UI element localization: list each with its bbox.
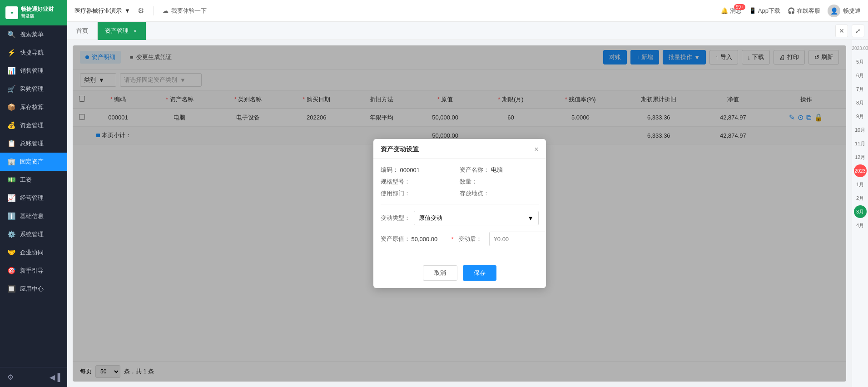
sidebar-item-quick-nav[interactable]: ⚡ 快捷导航 xyxy=(0,44,67,62)
notification-badge: 99+ xyxy=(734,4,745,10)
topbar: 医疗器械行业演示 ▼ ⚙ ☁ 我要体验一下 🔔 消息 99+ 📱 App下载 🎧… xyxy=(67,0,868,22)
sales-icon: 📊 xyxy=(7,67,15,75)
sidebar-item-system[interactable]: ⚙️ 系统管理 xyxy=(0,225,67,243)
collapse-icon[interactable]: ◀▐ xyxy=(50,373,60,382)
app-download-btn[interactable]: 📱 App下载 xyxy=(749,7,780,15)
tab-close-window-btn[interactable]: ✕ xyxy=(835,25,848,37)
month-3月[interactable]: 3月 xyxy=(854,205,867,218)
sidebar-item-enterprise[interactable]: 🤝 企业协同 xyxy=(0,243,67,262)
sidebar-label-search: 搜索菜单 xyxy=(20,30,44,39)
tab-active-label: 资产管理 xyxy=(105,27,129,35)
location-label: 存放地点： xyxy=(460,189,489,198)
notification-btn[interactable]: 🔔 消息 99+ xyxy=(721,7,742,15)
sidebar-label-app-center: 应用中心 xyxy=(20,285,44,293)
company-selector[interactable]: 医疗器械行业演示 ▼ xyxy=(74,7,130,15)
logo-icon: ✦ xyxy=(5,6,18,19)
month-2023[interactable]: 2023 xyxy=(854,164,867,177)
avatar: 👤 xyxy=(828,5,840,17)
app-logo: ✦ 畅捷通好业财 普及版 xyxy=(0,0,67,25)
sidebar-item-basic-info[interactable]: ℹ️ 基础信息 xyxy=(0,207,67,225)
month-7月[interactable]: 7月 xyxy=(853,83,868,95)
dialog-close-btn[interactable]: × xyxy=(534,145,538,154)
tab-home[interactable]: 首页 xyxy=(67,22,98,40)
settings-icon[interactable]: ⚙ xyxy=(7,373,14,382)
month-5月[interactable]: 5月 xyxy=(853,55,868,68)
basic-info-icon: ℹ️ xyxy=(7,212,15,220)
online-service-btn[interactable]: 🎧 在线客服 xyxy=(788,7,820,15)
month-11月[interactable]: 11月 xyxy=(853,137,868,150)
tab-home-label: 首页 xyxy=(76,27,88,35)
app-download-label: App下载 xyxy=(758,7,780,15)
sidebar-label-guide: 新手引导 xyxy=(20,267,44,275)
original-value-display: 50,000.00 xyxy=(412,236,448,243)
sidebar-footer: ⚙ ◀▐ xyxy=(0,367,67,387)
month-12月[interactable]: 12月 xyxy=(853,151,868,164)
ledger-icon: 📋 xyxy=(7,139,15,148)
guide-icon: 🎯 xyxy=(7,267,15,275)
topbar-right: 🔔 消息 99+ 📱 App下载 🎧 在线客服 👤 畅捷通 xyxy=(721,5,861,17)
sidebar-label-fixed-assets: 固定资产 xyxy=(20,158,44,166)
sidebar-item-sales[interactable]: 📊 销售管理 xyxy=(0,62,67,80)
logo-sub: 普及版 xyxy=(21,13,54,20)
sidebar-item-operations[interactable]: 📈 经营管理 xyxy=(0,189,67,207)
change-type-select[interactable]: 原值变动 ▼ xyxy=(414,211,539,225)
sidebar-item-guide[interactable]: 🎯 新手引导 xyxy=(0,262,67,280)
month-1月[interactable]: 1月 xyxy=(853,178,868,191)
quantity-label: 数量： xyxy=(460,178,477,186)
app-center-icon: 🔲 xyxy=(7,285,15,293)
sidebar-item-inventory[interactable]: 📦 库存核算 xyxy=(0,98,67,116)
topbar-divider xyxy=(153,6,154,15)
dialog: 资产变动设置 × 编码： 000001 资产名称： 电脑 xyxy=(373,139,546,288)
search-icon: 🔍 xyxy=(7,30,15,39)
tabs-bar: 首页 资产管理 × ✕ ⤢ xyxy=(67,22,868,40)
tab-asset-management[interactable]: 资产管理 × xyxy=(98,22,146,40)
sidebar-label-quick-nav: 快捷导航 xyxy=(20,49,44,57)
sidebar-label-payroll: 工资 xyxy=(20,176,32,184)
month-2月[interactable]: 2月 xyxy=(853,192,868,204)
sidebar-item-fixed-assets[interactable]: 🏢 固定资产 xyxy=(0,153,67,171)
sidebar-label-sales: 销售管理 xyxy=(20,67,44,75)
month-6月[interactable]: 6月 xyxy=(853,69,868,82)
sidebar-item-payroll[interactable]: 💵 工资 xyxy=(0,171,67,189)
change-type-label: 变动类型： xyxy=(381,214,410,222)
overlay: 资产变动设置 × 编码： 000001 资产名称： 电脑 xyxy=(73,45,846,382)
month-8月[interactable]: 8月 xyxy=(853,96,868,109)
main-area: 医疗器械行业演示 ▼ ⚙ ☁ 我要体验一下 🔔 消息 99+ 📱 App下载 🎧… xyxy=(67,0,868,387)
sidebar-item-purchase[interactable]: 🛒 采购管理 xyxy=(0,80,67,98)
sidebar-label-enterprise: 企业协同 xyxy=(20,248,44,257)
info-quantity: 数量： xyxy=(460,178,539,186)
cancel-btn[interactable]: 取消 xyxy=(423,265,457,281)
dialog-header: 资产变动设置 × xyxy=(373,139,546,159)
info-asset-name: 资产名称： 电脑 xyxy=(460,166,539,174)
tab-maximize-btn[interactable]: ⤢ xyxy=(852,25,864,37)
quick-nav-icon: ⚡ xyxy=(7,49,15,57)
save-btn[interactable]: 保存 xyxy=(463,265,496,281)
cloud-link[interactable]: ☁ 我要体验一下 xyxy=(163,7,207,15)
year-label: 2023.03 xyxy=(853,42,868,55)
dialog-footer: 取消 保存 xyxy=(373,260,546,288)
dialog-body: 编码： 000001 资产名称： 电脑 规格型号： xyxy=(373,159,546,260)
sidebar-label-inventory: 库存核算 xyxy=(20,103,44,111)
finance-icon: 💰 xyxy=(7,121,15,129)
after-label: 变动后： xyxy=(458,235,486,243)
user-menu[interactable]: 👤 畅捷通 xyxy=(828,5,861,17)
asset-name-value: 电脑 xyxy=(491,166,503,174)
code-value: 000001 xyxy=(400,167,420,174)
download-icon: 📱 xyxy=(749,7,756,14)
tab-close-icon[interactable]: × xyxy=(131,27,139,35)
tabs-controls: ✕ ⤢ xyxy=(835,25,868,37)
month-4月[interactable]: 4月 xyxy=(853,219,868,232)
dialog-info-grid: 编码： 000001 资产名称： 电脑 规格型号： xyxy=(381,166,539,204)
sidebar-item-app-center[interactable]: 🔲 应用中心 xyxy=(0,280,67,298)
sidebar-item-search[interactable]: 🔍 搜索菜单 xyxy=(0,25,67,44)
month-10月[interactable]: 10月 xyxy=(853,124,868,136)
topbar-gear-icon[interactable]: ⚙ xyxy=(138,6,144,15)
sidebar-item-ledger[interactable]: 📋 总账管理 xyxy=(0,134,67,153)
right-sidebar: 2023.035月6月7月8月9月10月11月12月20231月2月3月4月 xyxy=(852,40,868,387)
after-value-input[interactable] xyxy=(489,232,546,246)
bell-icon: 🔔 xyxy=(721,7,728,14)
month-9月[interactable]: 9月 xyxy=(853,110,868,123)
sidebar-item-finance[interactable]: 💰 资金管理 xyxy=(0,116,67,134)
company-dropdown-icon: ▼ xyxy=(124,7,130,14)
sidebar-label-purchase: 采购管理 xyxy=(20,85,44,93)
